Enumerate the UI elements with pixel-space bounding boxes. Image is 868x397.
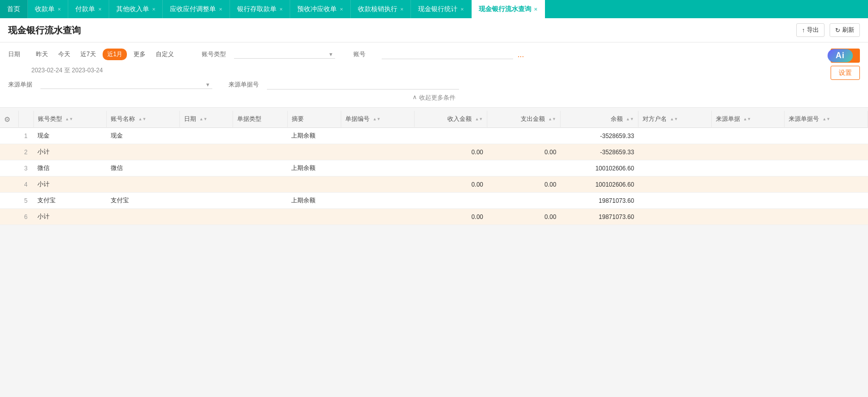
cell-source-doc-num — [785, 209, 868, 225]
cell-date — [179, 144, 233, 160]
date-btn-yesterday[interactable]: 昨天 — [32, 49, 52, 60]
col-account-name[interactable]: 账号名称 ▲▼ — [107, 111, 180, 128]
col-account-type[interactable]: 账号类型 ▲▼ — [33, 111, 107, 128]
date-btn-7days[interactable]: 近7天 — [77, 49, 100, 60]
ai-badge[interactable]: Ai — [828, 49, 853, 62]
date-shortcuts: 昨天 今天 近7天 近1月 更多 自定义 — [32, 49, 177, 60]
cell-income — [414, 160, 487, 177]
source-doc-label: 来源单据 — [8, 80, 32, 89]
cell-income: 0.00 — [414, 144, 487, 160]
nav-label: 预收冲应收单 — [297, 5, 337, 14]
cell-date — [179, 209, 233, 225]
close-icon[interactable]: × — [340, 6, 343, 12]
source-doc-num-input[interactable] — [267, 80, 459, 90]
nav-item-advance[interactable]: 预收冲应收单 × — [290, 0, 350, 18]
table-row[interactable]: 6 小计 0.00 0.00 19871073.60 — [0, 209, 868, 225]
date-btn-today[interactable]: 今天 — [55, 49, 74, 60]
export-button[interactable]: ↑ 导出 — [796, 23, 825, 37]
cell-source-doc — [711, 160, 785, 177]
table-row[interactable]: 1 现金 现金 上期余额 -3528659.33 — [0, 128, 868, 144]
collapse-bar[interactable]: ∧ 收起更多条件 — [8, 92, 860, 103]
col-doc-type[interactable]: 单据类型 — [233, 111, 287, 128]
col-date[interactable]: 日期 ▲▼ — [179, 111, 233, 128]
data-table: ⚙ 账号类型 ▲▼ 账号名称 ▲▼ 日期 ▲▼ 单据类型 — [0, 111, 868, 225]
close-icon[interactable]: × — [98, 6, 101, 12]
nav-item-stats[interactable]: 现金银行统计 × — [411, 0, 471, 18]
cell-source-doc-num — [785, 144, 868, 160]
export-icon: ↑ — [802, 27, 805, 34]
cell-balance: 19871073.60 — [560, 193, 638, 209]
close-icon[interactable]: × — [400, 6, 403, 12]
col-income[interactable]: 收入金额 ▲▼ — [414, 111, 487, 128]
date-btn-custom[interactable]: 自定义 — [152, 49, 177, 60]
cell-source-doc-num — [785, 160, 868, 177]
nav-item-bank-deposit[interactable]: 银行存取款单 × — [230, 0, 290, 18]
nav-item-collection[interactable]: 收款核销执行 × — [351, 0, 411, 18]
close-icon[interactable]: × — [58, 6, 61, 12]
cell-income — [414, 128, 487, 144]
cell-gear — [0, 128, 18, 144]
cell-gear — [0, 209, 18, 225]
close-icon[interactable]: × — [219, 6, 222, 12]
gear-icon[interactable]: ⚙ — [4, 115, 11, 123]
cell-account-name — [107, 177, 180, 193]
filter-fields: 日期 昨天 今天 近7天 近1月 更多 自定义 账号类型 ▼ 账号 ... — [8, 49, 823, 92]
nav-label: 应收应付调整单 — [170, 5, 216, 14]
col-expense[interactable]: 支出金额 ▲▼ — [487, 111, 561, 128]
cell-source-doc — [711, 177, 785, 193]
cell-doc-type — [233, 144, 287, 160]
sort-icon: ▲▼ — [743, 117, 751, 121]
nav-item-receipts[interactable]: 收款单 × — [28, 0, 68, 18]
settings-button[interactable]: 设置 — [831, 66, 860, 80]
cell-balance: 100102606.60 — [560, 177, 638, 193]
date-btn-more[interactable]: 更多 — [130, 49, 149, 60]
nav-item-flow-query[interactable]: 现金银行流水查询 × — [472, 0, 545, 18]
col-counterparty[interactable]: 对方户名 ▲▼ — [638, 111, 711, 128]
date-btn-1month[interactable]: 近1月 — [103, 49, 127, 60]
cell-account-name: 现金 — [107, 128, 180, 144]
account-input[interactable] — [382, 50, 513, 59]
col-doc-number[interactable]: 单据编号 ▲▼ — [341, 111, 414, 128]
dots-icon[interactable]: ... — [517, 50, 524, 59]
source-doc-select[interactable]: ▼ — [40, 81, 212, 89]
table-row[interactable]: 3 微信 微信 上期余额 100102606.60 — [0, 160, 868, 177]
col-summary[interactable]: 摘要 — [287, 111, 341, 128]
cell-account-name: 微信 — [107, 160, 180, 177]
table-row[interactable]: 5 支付宝 支付宝 上期余额 19871073.60 — [0, 193, 868, 209]
cell-date — [179, 177, 233, 193]
close-icon[interactable]: × — [534, 6, 537, 12]
col-gear[interactable]: ⚙ — [0, 111, 18, 128]
nav-item-payments[interactable]: 付款单 × — [68, 0, 109, 18]
close-icon[interactable]: × — [280, 6, 283, 12]
cell-expense: 0.00 — [487, 177, 561, 193]
cell-source-doc-num — [785, 177, 868, 193]
cell-doc-type — [233, 193, 287, 209]
cell-idx: 2 — [18, 144, 33, 160]
col-source-doc-num[interactable]: 来源单据号 ▲▼ — [785, 111, 868, 128]
table-row[interactable]: 2 小计 0.00 0.00 -3528659.33 — [0, 144, 868, 160]
refresh-button[interactable]: ↻ 刷新 — [830, 23, 860, 37]
cell-account-type: 小计 — [33, 209, 107, 225]
nav-label: 银行存取款单 — [237, 5, 277, 14]
sort-icon: ▲▼ — [670, 117, 678, 121]
cell-doc-number — [341, 144, 414, 160]
cell-income: 0.00 — [414, 177, 487, 193]
col-balance[interactable]: 余额 ▲▼ — [560, 111, 638, 128]
nav-home[interactable]: 首页 — [0, 0, 28, 18]
nav-item-ar-ap[interactable]: 应收应付调整单 × — [163, 0, 230, 18]
close-icon[interactable]: × — [461, 6, 464, 12]
date-label: 日期 — [8, 50, 28, 59]
col-source-doc[interactable]: 来源单据 ▲▼ — [711, 111, 785, 128]
table-row[interactable]: 4 小计 0.00 0.00 100102606.60 — [0, 177, 868, 193]
cell-balance: 100102606.60 — [560, 160, 638, 177]
nav-item-other-income[interactable]: 其他收入单 × — [109, 0, 163, 18]
chevron-up-icon: ∧ — [413, 94, 417, 102]
nav-label: 付款单 — [75, 5, 95, 14]
cell-counterparty — [638, 209, 711, 225]
sort-icon: ▲▼ — [199, 117, 207, 121]
cell-idx: 4 — [18, 177, 33, 193]
header-actions: ↑ 导出 ↻ 刷新 — [796, 23, 860, 37]
close-icon[interactable]: × — [152, 6, 155, 12]
account-type-select[interactable]: ▼ — [234, 51, 335, 59]
cell-doc-type — [233, 128, 287, 144]
